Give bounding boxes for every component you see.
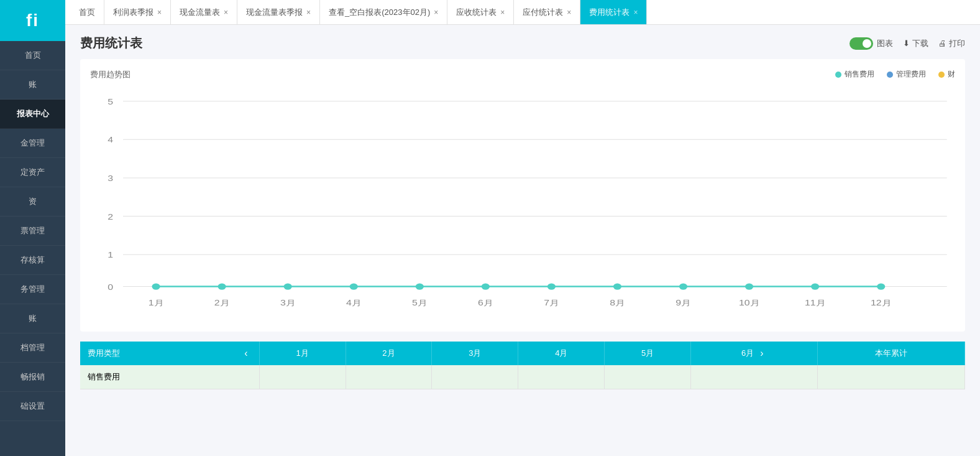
chart-dot-2 xyxy=(218,283,226,289)
chart-dot-8 xyxy=(613,283,621,289)
print-icon: 🖨 xyxy=(938,39,946,48)
sidebar-item-inventory[interactable]: 存核算 xyxy=(0,246,65,275)
expense-table: 费用类型 ‹ 1月 2月 3月 4月 5月 6月 › xyxy=(80,342,965,389)
th-may: 5月 xyxy=(605,342,691,365)
chart-container: 费用趋势图 销售费用 管理费用 财 5 xyxy=(80,59,965,332)
chart-dot-5 xyxy=(416,283,424,289)
row-feb xyxy=(346,365,432,389)
tab-receivable[interactable]: 应收统计表 × xyxy=(447,0,514,24)
legend-sales: 销售费用 xyxy=(835,69,874,80)
legend-label-admin: 管理费用 xyxy=(896,69,926,80)
prev-arrow[interactable]: ‹ xyxy=(240,348,251,359)
download-icon: ⬇ xyxy=(903,39,910,48)
chart-toggle-wrap: 图表 xyxy=(849,37,893,50)
chart-dot-1 xyxy=(152,283,160,289)
legend-dot-admin xyxy=(887,72,893,78)
legend-admin: 管理费用 xyxy=(887,69,926,80)
tab-profit[interactable]: 利润表季报 × xyxy=(104,0,171,24)
tab-close-receivable[interactable]: × xyxy=(500,8,505,17)
tab-close-blank-report[interactable]: × xyxy=(434,8,438,17)
th-ytd: 本年累计 xyxy=(818,342,965,365)
legend-dot-sales xyxy=(835,72,841,78)
sidebar-item-assets[interactable]: 定资产 xyxy=(0,158,65,187)
chart-dot-6 xyxy=(482,283,490,289)
sidebar-item-service[interactable]: 务管理 xyxy=(0,275,65,304)
row-ytd xyxy=(818,365,965,389)
toggle-label: 图表 xyxy=(877,38,893,49)
chart-title: 费用趋势图 xyxy=(90,69,955,80)
legend-label-finance: 财 xyxy=(948,69,955,80)
legend-label-sales: 销售费用 xyxy=(845,69,874,80)
row-apr xyxy=(518,365,605,389)
chart-svg-area: 5 4 3 2 1 0 xyxy=(90,85,955,322)
svg-text:6月: 6月 xyxy=(478,299,493,307)
data-table-wrap: 费用类型 ‹ 1月 2月 3月 4月 5月 6月 › xyxy=(80,342,965,389)
legend-dot-finance xyxy=(938,72,945,78)
print-button[interactable]: 🖨 打印 xyxy=(938,38,965,49)
svg-text:4月: 4月 xyxy=(346,299,362,307)
chart-legend: 销售费用 管理费用 财 xyxy=(835,69,955,80)
chart-dot-12 xyxy=(877,283,885,289)
sidebar-item-reports[interactable]: 报表中心 xyxy=(0,100,65,129)
tab-cashflow[interactable]: 现金流量表 × xyxy=(171,0,237,24)
table-header-row: 费用类型 ‹ 1月 2月 3月 4月 5月 6月 › xyxy=(80,342,965,365)
tab-close-payable[interactable]: × xyxy=(567,8,571,17)
th-jun: 6月 › xyxy=(691,342,818,365)
svg-text:5月: 5月 xyxy=(412,299,428,307)
page-header: 费用统计表 图表 ⬇ 下载 🖨 打印 xyxy=(65,25,980,59)
legend-finance: 财 xyxy=(938,69,955,80)
tab-close-cashflow-q[interactable]: × xyxy=(306,8,311,17)
svg-text:5: 5 xyxy=(108,98,113,106)
tab-home[interactable]: 首页 xyxy=(70,0,104,24)
tab-blank-report[interactable]: 查看_空白报表(2023年02月) × xyxy=(320,0,447,24)
row-may xyxy=(605,365,691,389)
tab-cashflow-q[interactable]: 现金流量表季报 × xyxy=(237,0,320,24)
sidebar-item-home[interactable]: 首页 xyxy=(0,41,65,70)
content-area: 费用统计表 图表 ⬇ 下载 🖨 打印 费用趋势图 xyxy=(65,25,980,456)
th-feb: 2月 xyxy=(346,342,432,365)
tab-close-cashflow[interactable]: × xyxy=(224,8,228,17)
svg-text:1月: 1月 xyxy=(149,299,164,307)
sidebar-logo: fi xyxy=(0,0,65,41)
svg-text:9月: 9月 xyxy=(675,299,691,307)
sidebar-item-settings[interactable]: 础设置 xyxy=(0,392,65,421)
row-jan xyxy=(259,365,346,389)
sidebar-item-account[interactable]: 账 xyxy=(0,70,65,100)
row-type: 销售费用 xyxy=(80,365,259,389)
table-row: 销售费用 xyxy=(80,365,965,389)
svg-text:10月: 10月 xyxy=(739,299,759,307)
svg-text:12月: 12月 xyxy=(871,299,891,307)
sidebar-item-archive[interactable]: 档管理 xyxy=(0,333,65,363)
chart-dot-4 xyxy=(350,283,358,289)
svg-text:4: 4 xyxy=(108,136,113,144)
svg-text:0: 0 xyxy=(108,282,113,291)
sidebar: fi 首页 账 报表中心 金管理 定资产 资 票管理 存核算 务管理 账 档管理… xyxy=(0,0,65,456)
svg-text:1: 1 xyxy=(108,251,113,259)
chart-dot-3 xyxy=(284,283,292,289)
page-title: 费用统计表 xyxy=(80,35,142,52)
sidebar-item-finance[interactable]: 金管理 xyxy=(0,129,65,158)
download-button[interactable]: ⬇ 下载 xyxy=(903,38,928,49)
next-arrow[interactable]: › xyxy=(756,348,767,359)
tab-expense-stats[interactable]: 费用统计表 × xyxy=(580,0,647,24)
sidebar-item-resources[interactable]: 资 xyxy=(0,187,65,216)
chart-toggle[interactable] xyxy=(849,37,873,50)
th-apr: 4月 xyxy=(518,342,605,365)
th-jan: 1月 xyxy=(259,342,346,365)
svg-text:2: 2 xyxy=(108,212,113,221)
svg-text:3: 3 xyxy=(108,174,113,183)
svg-text:3月: 3月 xyxy=(280,299,296,307)
sidebar-item-expense[interactable]: 畅报销 xyxy=(0,363,65,392)
th-type: 费用类型 ‹ xyxy=(80,342,259,365)
header-actions: 图表 ⬇ 下载 🖨 打印 xyxy=(849,37,965,50)
tab-payable[interactable]: 应付统计表 × xyxy=(514,0,580,24)
chart-svg: 5 4 3 2 1 0 xyxy=(90,85,955,322)
svg-text:7月: 7月 xyxy=(544,299,559,307)
chart-dot-9 xyxy=(679,283,687,289)
svg-text:2月: 2月 xyxy=(214,299,230,307)
sidebar-item-invoice[interactable]: 票管理 xyxy=(0,216,65,246)
sidebar-item-ledger[interactable]: 账 xyxy=(0,304,65,333)
tab-close-expense-stats[interactable]: × xyxy=(633,8,638,17)
tab-close-profit[interactable]: × xyxy=(157,8,162,17)
tab-bar: 首页 利润表季报 × 现金流量表 × 现金流量表季报 × 查看_空白报表(202… xyxy=(65,0,980,25)
